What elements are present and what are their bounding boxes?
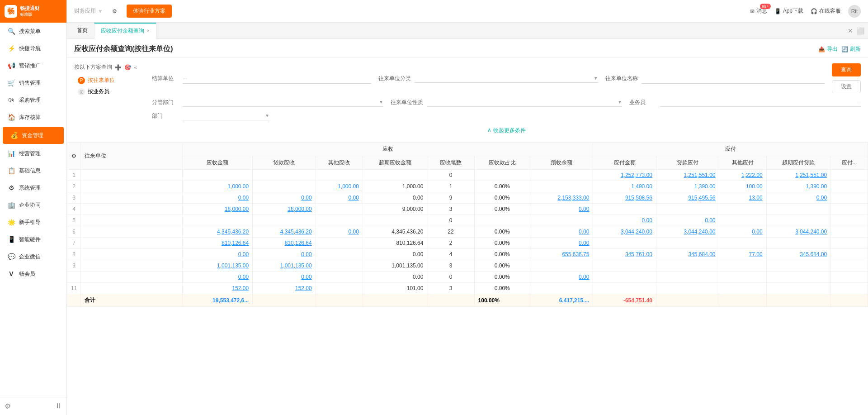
division-select[interactable]: ▼: [183, 98, 383, 107]
row-payable-amount[interactable]: [593, 238, 656, 249]
row-overdue-payable[interactable]: [766, 204, 831, 215]
filter-option-partner[interactable]: P 按往来单位: [74, 75, 146, 86]
row-overdue-payable[interactable]: [766, 283, 831, 294]
row-prepaid-balance[interactable]: [530, 215, 593, 226]
sidebar-item-wechat[interactable]: 💬 企业微信: [0, 248, 66, 265]
sidebar-item-sales[interactable]: 🛒 销售管理: [0, 74, 66, 91]
row-prepaid-balance[interactable]: 0.00: [530, 226, 593, 238]
row-loan-receivable[interactable]: [253, 170, 316, 181]
sidebar-item-inventory[interactable]: 🏠 库存核算: [0, 109, 66, 126]
row-receivable-amount[interactable]: 0.00: [182, 192, 253, 204]
row-payable-amount[interactable]: [593, 204, 656, 215]
sidebar-item-search[interactable]: 🔍 搜索菜单: [0, 23, 66, 40]
row-overdue-payable[interactable]: 1,251,551.00: [766, 170, 831, 181]
row-other-payable[interactable]: [719, 272, 766, 283]
settlement-unit-select[interactable]: ···: [183, 73, 371, 84]
row-loan-payable[interactable]: 915,495.56: [656, 192, 719, 204]
row-receivable-amount[interactable]: 4,345,436.20: [182, 226, 253, 238]
app-download-item[interactable]: 📱 App下载: [774, 7, 803, 15]
gear-icon[interactable]: ⚙: [108, 5, 121, 18]
tab-home[interactable]: 首页: [71, 23, 94, 39]
row-other-payable[interactable]: [719, 238, 766, 249]
row-other-payable[interactable]: 1,222.00: [719, 170, 766, 181]
row-prepaid-balance[interactable]: 0.00: [530, 204, 593, 215]
row-other-receivable[interactable]: 0.00: [316, 192, 363, 204]
refresh-button[interactable]: 🔄 刷新: [841, 45, 861, 53]
row-loan-receivable[interactable]: 1,001,135.00: [253, 260, 316, 272]
row-overdue-payable[interactable]: [766, 272, 831, 283]
row-prepaid-balance[interactable]: 0.00: [530, 272, 593, 283]
row-loan-receivable[interactable]: 810,126.64: [253, 238, 316, 249]
row-receivable-amount[interactable]: 152.00: [182, 283, 253, 294]
row-other-receivable[interactable]: [316, 260, 363, 272]
salesman-select[interactable]: ···: [660, 98, 861, 107]
row-payable-amount[interactable]: [593, 272, 656, 283]
sidebar-item-finance[interactable]: 💰 资金管理: [3, 127, 64, 144]
row-other-payable[interactable]: [719, 215, 766, 226]
row-prepaid-balance[interactable]: [530, 181, 593, 192]
row-receivable-amount[interactable]: 18,000.00: [182, 204, 253, 215]
online-service-item[interactable]: 🎧 在线客服: [811, 7, 841, 15]
row-other-receivable[interactable]: 0.00: [316, 226, 363, 238]
row-payable-amount[interactable]: 915,508.56: [593, 192, 656, 204]
row-payable-amount[interactable]: [593, 283, 656, 294]
footer-prepaid-balance[interactable]: 6,417,215....: [530, 294, 593, 307]
row-receivable-amount[interactable]: [182, 170, 253, 181]
row-other-receivable[interactable]: [316, 204, 363, 215]
user-avatar[interactable]: Rit: [848, 5, 861, 18]
messages-item[interactable]: ✉ 消息 99+: [750, 7, 767, 15]
row-other-receivable[interactable]: [316, 215, 363, 226]
row-overdue-payable[interactable]: 0.00: [766, 192, 831, 204]
row-loan-receivable[interactable]: [253, 215, 316, 226]
sidebar-item-marketing[interactable]: 📢 营销推广: [0, 57, 66, 74]
tab-close-icon[interactable]: ×: [147, 29, 150, 33]
row-prepaid-balance[interactable]: 2,153,333.00: [530, 192, 593, 204]
row-receivable-amount[interactable]: 1,001,135.00: [182, 260, 253, 272]
row-payable-amount[interactable]: [593, 260, 656, 272]
row-loan-payable[interactable]: 345,684.00: [656, 249, 719, 260]
row-receivable-amount[interactable]: 0.00: [182, 249, 253, 260]
row-loan-payable[interactable]: 1,251,551.00: [656, 170, 719, 181]
filter-option-business[interactable]: ◎ 按业务员: [74, 86, 146, 97]
row-payable-amount[interactable]: 3,044,240.00: [593, 226, 656, 238]
tab-receivable[interactable]: 应收应付余额查询 ×: [94, 23, 156, 39]
row-other-receivable[interactable]: [316, 249, 363, 260]
row-prepaid-balance[interactable]: [530, 260, 593, 272]
row-other-receivable[interactable]: [316, 283, 363, 294]
row-payable-amount[interactable]: 345,761.00: [593, 249, 656, 260]
table-gear-header[interactable]: ⚙: [67, 143, 81, 170]
sidebar-item-corp[interactable]: 🏢 企业协同: [0, 196, 66, 214]
row-other-receivable[interactable]: [316, 238, 363, 249]
row-payable-amount[interactable]: 1,252,773.00: [593, 170, 656, 181]
department-select[interactable]: ▼: [183, 111, 269, 120]
partner-nature-select[interactable]: ▼: [427, 98, 622, 107]
row-overdue-payable[interactable]: [766, 215, 831, 226]
row-loan-payable[interactable]: [656, 238, 719, 249]
target-icon[interactable]: 🎯: [124, 64, 131, 71]
row-other-payable[interactable]: 77.00: [719, 249, 766, 260]
row-receivable-amount[interactable]: 1,000.00: [182, 181, 253, 192]
row-other-payable[interactable]: 0.00: [719, 226, 766, 238]
sidebar-item-ops[interactable]: 📊 经营管理: [0, 145, 66, 162]
sidebar-item-member[interactable]: V 畅会员: [0, 265, 66, 282]
setting-button[interactable]: 设置: [832, 80, 861, 93]
row-loan-receivable[interactable]: 0.00: [253, 249, 316, 260]
left-icon[interactable]: «: [134, 64, 137, 71]
row-loan-receivable[interactable]: 4,345,436.20: [253, 226, 316, 238]
row-other-receivable[interactable]: [316, 272, 363, 283]
sidebar-item-base[interactable]: 📋 基础信息: [0, 162, 66, 179]
row-overdue-payable[interactable]: 1,390.00: [766, 181, 831, 192]
row-prepaid-balance[interactable]: [530, 283, 593, 294]
row-other-payable[interactable]: [719, 204, 766, 215]
row-loan-receivable[interactable]: 0.00: [253, 192, 316, 204]
row-overdue-payable[interactable]: 3,044,240.00: [766, 226, 831, 238]
row-loan-payable[interactable]: 0.00: [656, 215, 719, 226]
footer-receivable-amount[interactable]: 19,553,472,6...: [182, 294, 253, 307]
row-loan-receivable[interactable]: 0.00: [253, 272, 316, 283]
row-overdue-payable[interactable]: [766, 238, 831, 249]
row-prepaid-balance[interactable]: [530, 170, 593, 181]
row-receivable-amount[interactable]: 810,126.64: [182, 238, 253, 249]
row-other-payable[interactable]: [719, 283, 766, 294]
row-loan-receivable[interactable]: 18,000.00: [253, 204, 316, 215]
sidebar-item-system[interactable]: ⚙ 系统管理: [0, 179, 66, 196]
